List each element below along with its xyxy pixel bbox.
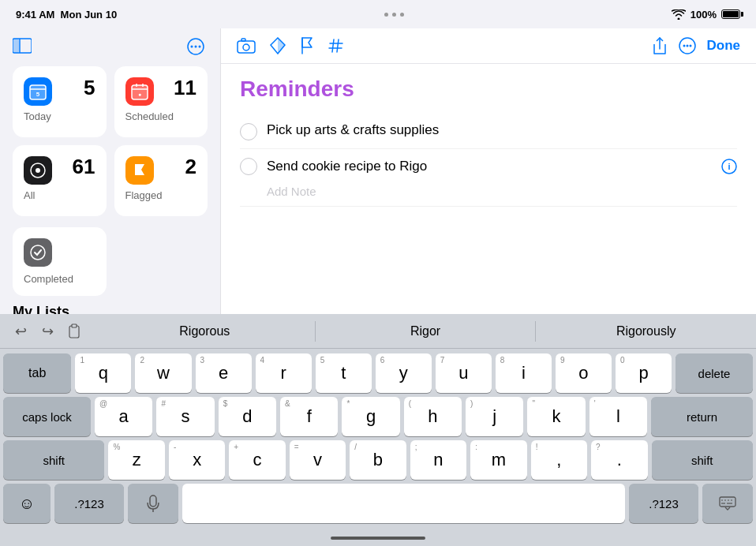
- svg-rect-37: [720, 497, 735, 507]
- key-p[interactable]: 0p: [616, 353, 672, 393]
- key-v[interactable]: =v: [290, 440, 346, 480]
- key-i[interactable]: 8i: [496, 353, 552, 393]
- key-u[interactable]: 7u: [436, 353, 492, 393]
- delete-key[interactable]: delete: [676, 353, 753, 393]
- keyboard-row-1: tab 1q 2w 3e 4r 5t 6y 7u 8i 9o 0p delete: [3, 353, 753, 393]
- smart-tile-all[interactable]: 61 All: [13, 145, 107, 216]
- ellipsis-circle-icon[interactable]: [187, 38, 204, 55]
- key-f[interactable]: &f: [280, 397, 338, 436]
- toolbar-icons: [237, 37, 344, 54]
- autocorrect-bar: ↩ ↪ Rigorous Rigor Rigorously: [0, 314, 756, 349]
- today-label: Today: [24, 110, 95, 122]
- scheduled-count: 11: [174, 77, 196, 98]
- key-o[interactable]: 9o: [556, 353, 612, 393]
- add-note[interactable]: Add Note: [267, 185, 316, 198]
- sidebar-header: [13, 38, 208, 55]
- space-key[interactable]: [182, 484, 625, 523]
- more-icon[interactable]: [679, 37, 696, 54]
- mic-key[interactable]: [128, 484, 178, 523]
- suggestion-2[interactable]: Rigor: [315, 321, 536, 342]
- svg-point-4: [191, 46, 193, 48]
- emoji-key[interactable]: ☺: [3, 484, 51, 523]
- reminder-text-2: Send cookie recipe to Rigo: [267, 159, 712, 174]
- home-indicator-bar: [0, 530, 756, 546]
- suggestion-3[interactable]: Rigorously: [535, 321, 756, 342]
- info-icon[interactable]: i: [721, 159, 737, 174]
- keyboard-area: ↩ ↪ Rigorous Rigor Rigorously tab 1q 2w …: [0, 314, 756, 546]
- key-z[interactable]: %z: [108, 440, 164, 480]
- key-y[interactable]: 6y: [376, 353, 432, 393]
- key-s[interactable]: #s: [156, 397, 214, 436]
- svg-text:5: 5: [36, 91, 40, 98]
- status-dots: [384, 13, 404, 17]
- done-button[interactable]: Done: [707, 38, 741, 54]
- smart-tile-today[interactable]: 5 5 Today: [13, 66, 107, 137]
- keyboard-row-3: shift %z -x +c =v /b ;n :m !, ?. shift: [3, 440, 753, 480]
- key-r[interactable]: 4r: [256, 353, 312, 393]
- shift-right-key[interactable]: shift: [652, 440, 753, 480]
- svg-rect-35: [150, 496, 156, 507]
- sidebar-toggle-icon[interactable]: [13, 38, 32, 54]
- num-key-right[interactable]: .?123: [629, 484, 698, 523]
- key-l[interactable]: 'l: [589, 397, 647, 436]
- status-time: 9:41 AM Mon Jun 10: [16, 9, 117, 21]
- flagged-label: Flagged: [125, 189, 197, 201]
- svg-point-22: [243, 44, 249, 50]
- keyboard-row-2: caps lock @a #s $d &f *g (h )j "k 'l ret…: [3, 397, 753, 436]
- hash-icon[interactable]: [328, 38, 344, 54]
- key-n[interactable]: ;n: [410, 440, 466, 480]
- reminders-title: Reminders: [240, 77, 737, 102]
- key-e[interactable]: 3e: [196, 353, 252, 393]
- undo-button[interactable]: ↩: [8, 319, 33, 344]
- reminder-checkbox-1[interactable]: [240, 123, 257, 140]
- key-q[interactable]: 1q: [75, 353, 131, 393]
- smart-tile-completed[interactable]: Completed: [13, 227, 107, 296]
- flag-icon[interactable]: [300, 37, 314, 54]
- reminder-item-2[interactable]: Send cookie recipe to Rigo i Add Note: [240, 149, 737, 207]
- smart-tile-flagged[interactable]: 2 Flagged: [114, 145, 208, 216]
- today-icon: 5: [24, 77, 52, 106]
- all-icon: [24, 156, 52, 185]
- svg-point-6: [199, 46, 201, 48]
- completed-label: Completed: [24, 273, 95, 285]
- key-h[interactable]: (h: [404, 397, 462, 436]
- return-key[interactable]: return: [651, 397, 753, 436]
- main-toolbar: Done: [221, 28, 756, 64]
- paste-button[interactable]: [62, 319, 87, 344]
- key-g[interactable]: *g: [342, 397, 399, 436]
- completed-icon: [24, 238, 52, 267]
- key-b[interactable]: /b: [350, 440, 406, 480]
- caps-lock-key[interactable]: caps lock: [3, 397, 91, 436]
- num-key-left[interactable]: .?123: [54, 484, 124, 523]
- reminder-checkbox-2[interactable]: [240, 158, 257, 175]
- location-icon[interactable]: [270, 37, 286, 54]
- svg-point-18: [36, 168, 40, 173]
- keyboard-hide-key[interactable]: [702, 484, 753, 523]
- key-exclaim[interactable]: !,: [531, 440, 587, 480]
- suggestion-1[interactable]: Rigorous: [95, 321, 315, 342]
- key-j[interactable]: )j: [466, 397, 523, 436]
- key-c[interactable]: +c: [229, 440, 285, 480]
- svg-rect-34: [72, 324, 77, 327]
- key-w[interactable]: 2w: [135, 353, 191, 393]
- reminder-item-1[interactable]: Pick up arts & crafts supplies: [240, 114, 737, 149]
- key-a[interactable]: @a: [95, 397, 152, 436]
- scheduled-icon: ●: [125, 77, 154, 106]
- redo-button[interactable]: ↪: [35, 319, 60, 344]
- svg-line-24: [337, 39, 339, 52]
- key-question[interactable]: ?.: [591, 440, 647, 480]
- camera-icon[interactable]: [237, 38, 256, 54]
- svg-line-23: [332, 39, 334, 52]
- key-t[interactable]: 5t: [316, 353, 372, 393]
- key-d[interactable]: $d: [219, 397, 276, 436]
- shift-left-key[interactable]: shift: [3, 440, 104, 480]
- undo-redo-paste: ↩ ↪: [0, 319, 95, 344]
- share-icon[interactable]: [652, 36, 668, 55]
- key-k[interactable]: "k: [527, 397, 585, 436]
- key-x[interactable]: -x: [169, 440, 225, 480]
- battery-icon: [721, 9, 740, 19]
- flagged-icon: [125, 156, 154, 185]
- key-m[interactable]: :m: [470, 440, 526, 480]
- tab-key[interactable]: tab: [3, 353, 71, 393]
- smart-tile-scheduled[interactable]: ● 11 Scheduled: [114, 66, 208, 137]
